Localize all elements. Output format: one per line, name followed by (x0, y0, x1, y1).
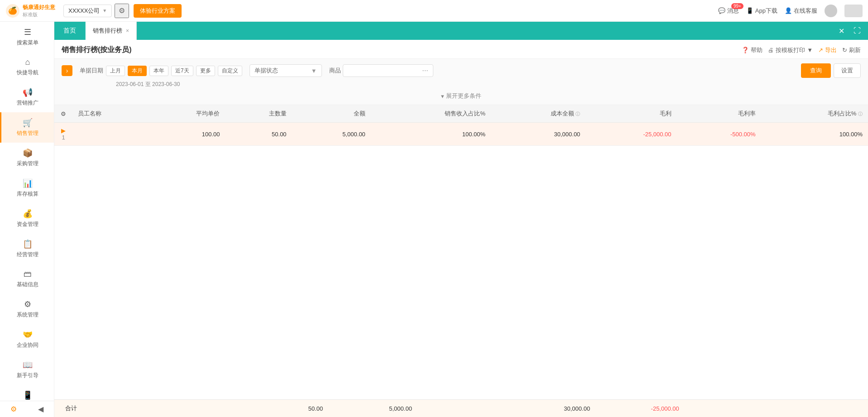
app-center-icon: 📱 (23, 390, 33, 400)
date-btn-last-month[interactable]: 上月 (106, 66, 125, 76)
sidebar-item-inventory[interactable]: 📊 库存核算 (0, 173, 54, 203)
sidebar-item-quick-nav[interactable]: ⌂ 快捷导航 (0, 52, 54, 82)
cell-main-qty: 50.00 (225, 123, 292, 146)
sidebar-item-label-inventory: 库存核算 (17, 190, 38, 198)
date-filter: 单据日期 上月 本月 本年 近7天 更多 自定义 (80, 66, 242, 76)
status-dropdown-arrow: ▼ (311, 67, 317, 74)
sales-icon: 🛒 (23, 118, 33, 128)
sidebar: ☰ 搜索菜单 ⌂ 快捷导航 📢 营销推广 🛒 销售管理 📦 采购管理 📊 库存核… (0, 22, 54, 417)
tab-sales-rank-label: 销售排行榜 (93, 27, 122, 35)
sidebar-item-sales[interactable]: 🛒 销售管理 (0, 112, 54, 143)
expand-chevron-icon: ▾ (441, 93, 444, 100)
gross-ratio-info-icon[interactable]: ⓘ (858, 111, 863, 116)
date-btn-this-year[interactable]: 本年 (149, 66, 168, 76)
online-service-button[interactable]: 👤 在线客服 (785, 7, 817, 15)
date-btn-7days[interactable]: 近7天 (171, 66, 193, 76)
purchase-icon: 📦 (23, 148, 33, 158)
tab-bar-right: ✕ ⛶ (831, 22, 868, 40)
avatar[interactable] (825, 5, 837, 17)
sidebar-item-system[interactable]: ⚙ 系统管理 (0, 294, 54, 324)
logo-icon: 🍊 (5, 4, 20, 18)
date-range-display: 2023-06-01 至 2023-06-30 (62, 80, 861, 88)
sidebar-bottom-settings-button[interactable]: ⚙ (10, 405, 17, 413)
rank-settings-icon[interactable]: ⚙ (61, 110, 66, 117)
message-button[interactable]: 💬 消息 99+ (718, 7, 739, 15)
help-button[interactable]: ❓ 帮助 (742, 46, 762, 54)
top-header: 🍊 畅康通好生意 标准版 XXXXX公司 ▼ ⚙ 体验行业方案 💬 消息 99+… (0, 0, 868, 22)
guide-icon: 📖 (23, 360, 33, 370)
sidebar-item-purchase[interactable]: 📦 采购管理 (0, 143, 54, 173)
table-footer: 合计 50.00 5,000.00 30,000.00 -25,000.00 (54, 399, 868, 417)
sidebar-collapse-button[interactable]: ◀ (38, 405, 43, 413)
tab-maximize-button[interactable]: ⛶ (851, 26, 863, 36)
message-badge: 99+ (731, 3, 743, 9)
cell-employee-name (72, 123, 145, 146)
col-rank: ⚙ (54, 105, 72, 123)
footer-amount: 5,000.00 (328, 405, 417, 412)
print-button[interactable]: 🖨 按模板打印 ▼ (768, 46, 813, 54)
cell-amount: 5,000.00 (292, 123, 371, 146)
message-icon: 💬 (718, 7, 725, 14)
goods-ellipsis-icon: ··· (422, 67, 428, 75)
date-btn-custom[interactable]: 自定义 (218, 66, 242, 76)
sidebar-item-label-guide: 新手引导 (17, 372, 38, 379)
export-button[interactable]: ↗ 导出 (818, 46, 837, 54)
cell-cost: 30,000.00 (491, 123, 585, 146)
export-icon: ↗ (818, 47, 823, 53)
query-button[interactable]: 查询 (801, 63, 831, 78)
print-dropdown-arrow: ▼ (807, 47, 813, 53)
date-btn-this-month[interactable]: 本月 (128, 66, 147, 76)
col-main-qty: 主数量 (225, 105, 292, 123)
sidebar-item-guide[interactable]: 📖 新手引导 (0, 355, 54, 385)
status-filter[interactable]: 单据状态 ▼ (249, 64, 322, 77)
date-btn-more[interactable]: 更多 (196, 66, 215, 76)
sidebar-item-marketing[interactable]: 📢 营销推广 (0, 82, 54, 112)
goods-filter-area: 商品 ··· (329, 64, 433, 77)
tab-home[interactable]: 首页 (54, 22, 86, 40)
sidebar-item-operation[interactable]: 📋 经营管理 (0, 234, 54, 264)
tab-close-icon[interactable]: × (126, 28, 129, 34)
footer-cost: 30,000.00 (507, 405, 596, 412)
sidebar-item-search-order[interactable]: ☰ 搜索菜单 (0, 22, 54, 52)
sidebar-item-enterprise[interactable]: 🤝 企业协同 (0, 324, 54, 355)
tab-sales-rank[interactable]: 销售排行榜 × (86, 22, 137, 40)
filter-collapse-button[interactable]: › (62, 65, 72, 76)
sidebar-bottom-bar: ⚙ ◀ (0, 401, 54, 417)
sidebar-item-finance[interactable]: 💰 资金管理 (0, 203, 54, 234)
footer-main-qty: 50.00 (240, 405, 329, 412)
sidebar-item-label-finance: 资金管理 (17, 220, 38, 228)
date-range-text: 2023-06-01 至 2023-06-30 (116, 81, 180, 87)
filter-row: › 单据日期 上月 本月 本年 近7天 更多 自定义 单据状态 (62, 63, 861, 78)
filter-buttons: 查询 设置 (801, 63, 861, 78)
app-download-button[interactable]: 📱 App下载 (746, 7, 777, 15)
cell-gross-rate: -500.00% (677, 123, 761, 146)
tab-close-all-button[interactable]: ✕ (836, 26, 847, 36)
col-employee-name: 员工名称 (72, 105, 145, 123)
company-selector[interactable]: XXXXX公司 ▼ (63, 5, 112, 17)
rank-icon: ▶ (61, 127, 66, 134)
page-header: 销售排行榜(按业务员) ❓ 帮助 🖨 按模板打印 ▼ ↗ 导出 (54, 40, 868, 59)
sidebar-item-label-operation: 经营管理 (17, 251, 38, 259)
goods-filter[interactable]: ··· (343, 64, 433, 77)
sidebar-item-basic-info[interactable]: 🗃 基础信息 (0, 264, 54, 294)
refresh-button[interactable]: ↻ 刷新 (842, 46, 861, 54)
print-icon: 🖨 (768, 47, 774, 53)
operation-icon: 📋 (23, 239, 33, 249)
page-content: 销售排行榜(按业务员) ❓ 帮助 🖨 按模板打印 ▼ ↗ 导出 (54, 40, 868, 417)
sidebar-item-label-purchase: 采购管理 (17, 160, 38, 168)
expand-more-button[interactable]: ▾ 展开更多条件 (62, 92, 861, 100)
company-name: XXXXX公司 (68, 7, 100, 15)
logo-text: 畅康通好生意 标准版 (23, 4, 55, 18)
sidebar-item-label-quick: 快捷导航 (17, 69, 38, 77)
cost-info-icon[interactable]: ⓘ (575, 111, 580, 116)
settings-button[interactable]: 设置 (834, 63, 861, 78)
cell-sales-ratio: 100.00% (371, 123, 491, 146)
refresh-icon: ↻ (842, 47, 847, 53)
trial-button[interactable]: 体验行业方案 (134, 4, 182, 18)
svg-text:🍊: 🍊 (8, 6, 17, 15)
col-avg-price: 平均单价 (145, 105, 225, 123)
table-row: ▶ 1 100.00 50.00 5,000.00 100.00% 30,000… (54, 123, 868, 146)
company-settings-button[interactable]: ⚙ (115, 4, 129, 18)
basic-info-icon: 🗃 (24, 269, 32, 279)
sidebar-item-label-marketing: 营销推广 (17, 99, 38, 107)
